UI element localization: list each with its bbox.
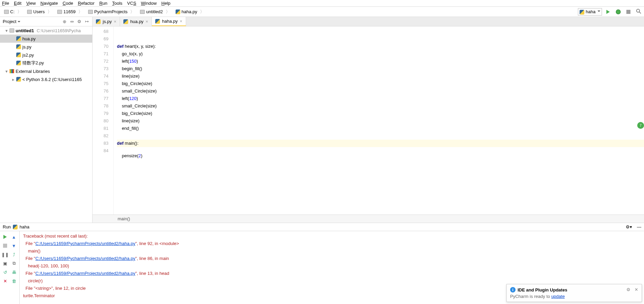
python-icon [580, 10, 584, 15]
menu-window[interactable]: Window [141, 1, 157, 6]
run-config-selector[interactable]: haha [578, 8, 602, 16]
breadcrumb-untitled2[interactable]: untitled2〉 [137, 7, 173, 17]
code-line-83[interactable]: def main(): [117, 140, 644, 147]
close-icon[interactable]: ✕ [635, 287, 638, 292]
restore-button[interactable]: ↺ [1, 268, 9, 276]
gear-icon[interactable]: ⚙ [77, 19, 82, 24]
menu-edit[interactable]: Edit [14, 1, 21, 6]
console-line: Traceback (most recent call last): [23, 232, 641, 240]
locate-icon[interactable]: ⊕ [62, 19, 67, 24]
close-tab-icon[interactable]: × [145, 19, 148, 24]
close-tab-icon[interactable]: × [114, 19, 117, 24]
up-button[interactable]: ▲ [10, 233, 18, 241]
run-panel-title: Run [3, 224, 11, 229]
project-pane-header: Project ⊕ ⇔ ⚙ ↦ [0, 17, 92, 26]
close-tab-icon[interactable]: × [180, 19, 182, 24]
code-line-78[interactable]: small_Circle(size) [117, 103, 157, 108]
stop-button-panel[interactable] [1, 242, 9, 249]
menu-vcs[interactable]: VCS [127, 1, 136, 6]
code-line-71[interactable]: go_to(x, y) [117, 51, 143, 56]
breadcrumb-hahapy[interactable]: haha.py〉 [173, 7, 207, 17]
clear-button[interactable]: ✕ [1, 277, 9, 285]
tree-item-python362cusers1165[interactable]: ▸ < Python 3.6.2 (C:\Users\1165 [0, 75, 92, 83]
tree-item-huapy[interactable]: hua.py [0, 35, 92, 43]
project-tree[interactable]: ▾ untitled1C:\Users\11659\Pycha hua.py j… [0, 26, 92, 223]
code-line-79[interactable]: big_Circle(size) [117, 111, 152, 116]
hide-icon[interactable]: ↦ [84, 19, 89, 24]
update-link[interactable]: update [551, 294, 565, 299]
search-everywhere-button[interactable] [635, 8, 643, 16]
code-line-74[interactable]: line(size) [117, 74, 139, 79]
code-line-73[interactable]: begin_fill() [117, 66, 142, 71]
breadcrumb-11659[interactable]: 11659〉 [55, 7, 85, 17]
console-line: File "C:/Users/11659/PycharmProjects/unt… [23, 240, 641, 247]
tree-item-externallibraries[interactable]: ▾ External Libraries [0, 67, 92, 75]
search-icon [636, 8, 642, 15]
dir-icon [9, 28, 14, 33]
chevron-right-icon: 〉 [17, 9, 22, 15]
gear-icon[interactable]: ⚙ [626, 287, 630, 292]
code-line-84[interactable]: pensize(2) [117, 153, 142, 158]
code-line-75[interactable]: big_Circle(size) [117, 81, 152, 86]
main-area: Project ⊕ ⇔ ⚙ ↦ ▾ untitled1C:\Users\1165… [0, 17, 644, 223]
menu-code[interactable]: Code [63, 1, 73, 6]
console-line: circle(r) [23, 277, 641, 285]
py-icon [16, 53, 21, 57]
run-button[interactable] [604, 8, 612, 16]
code-line-72[interactable]: left(150) [117, 59, 138, 64]
menu-navigate[interactable]: Navigate [40, 1, 58, 6]
menu-help[interactable]: Help [161, 1, 170, 6]
collapse-icon[interactable]: ⇔ [69, 19, 75, 24]
code-line-77[interactable]: left(120) [117, 96, 138, 101]
play-icon [606, 10, 610, 14]
breadcrumb-users[interactable]: Users〉 [24, 7, 55, 17]
traceback-link[interactable]: C:/Users/11659/PycharmProjects/untitled2… [35, 271, 135, 276]
notification-title: IDE and Plugin Updates [518, 287, 567, 292]
layout-button[interactable]: ▣ [1, 260, 9, 267]
project-pane-title: Project [3, 19, 16, 24]
code-line-76[interactable]: small_Circle(size) [117, 88, 157, 94]
code-line-81[interactable]: end_fill() [117, 126, 139, 131]
code-editor[interactable]: 6869707172737475767778798081828384 def h… [93, 26, 644, 215]
soft-wrap-button[interactable]: ⤴ [10, 251, 18, 258]
tree-item-jspy[interactable]: js.py [0, 43, 92, 51]
pause-button[interactable]: ❚❚ [1, 251, 9, 258]
print-button[interactable]: 🖶 [10, 268, 18, 276]
menu-file[interactable]: File [2, 1, 9, 6]
chevron-right-icon: 〉 [78, 9, 83, 15]
tree-item-2py[interactable]: 猜数字2.py [0, 59, 92, 67]
export-button[interactable]: ⧉ [10, 260, 18, 267]
debug-button[interactable] [614, 8, 622, 16]
menu-tools[interactable]: Tools [112, 1, 122, 6]
editor-breadcrumb[interactable]: main() [93, 215, 644, 223]
analysis-badge[interactable]: 7 [637, 122, 644, 129]
lib-icon [9, 69, 14, 73]
tab-haha-py[interactable]: haha.py× [152, 17, 186, 26]
code-content[interactable]: def heart(x, y, size): go_to(x, y) left(… [114, 26, 644, 215]
menu-view[interactable]: View [26, 1, 36, 6]
menu-run[interactable]: Run [99, 1, 107, 6]
code-line-80[interactable]: line(size) [117, 118, 139, 123]
notification-text: PyCharm is ready to [510, 294, 551, 299]
rerun-button[interactable] [1, 233, 9, 241]
gear-icon[interactable]: ⚙▾ [626, 224, 632, 229]
tree-item-untitled1[interactable]: ▾ untitled1C:\Users\11659\Pycha [0, 26, 92, 35]
breadcrumb-c[interactable]: C:〉 [1, 7, 24, 17]
python-file-icon [123, 19, 128, 24]
tree-item-js2py[interactable]: js2.py [0, 51, 92, 59]
menu-refactor[interactable]: Refactor [78, 1, 95, 6]
traceback-link[interactable]: C:/Users/11659/PycharmProjects/untitled2… [35, 241, 135, 246]
trash-button[interactable]: 🗑 [10, 277, 18, 285]
tab-hua-py[interactable]: hua.py× [120, 17, 152, 26]
tab-js-py[interactable]: js.py× [93, 17, 120, 26]
code-line-70[interactable]: def heart(x, y, size): [117, 44, 156, 49]
hide-icon[interactable]: — [637, 224, 641, 229]
chevron-down-icon[interactable] [18, 21, 20, 22]
editor-area: js.py×hua.py×haha.py× 686970717273747576… [93, 17, 644, 223]
console-line: File "C:/Users/11659/PycharmProjects/unt… [23, 255, 641, 262]
folder-icon [57, 10, 62, 14]
breadcrumb-pycharmprojects[interactable]: PycharmProjects〉 [85, 7, 137, 17]
down-button[interactable]: ▼ [10, 242, 18, 249]
traceback-link[interactable]: C:/Users/11659/PycharmProjects/untitled2… [35, 256, 135, 261]
stop-button[interactable] [624, 8, 632, 16]
